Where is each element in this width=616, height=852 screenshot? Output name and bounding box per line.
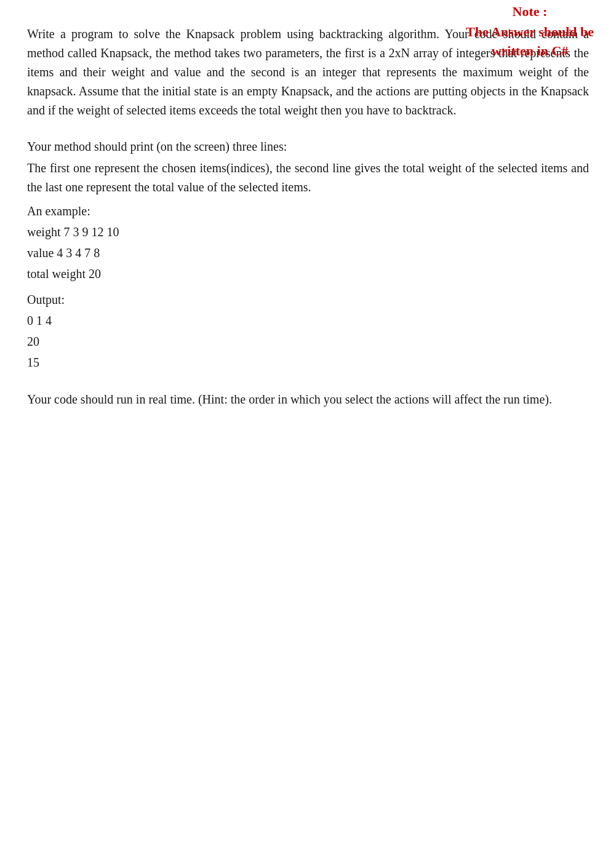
output-line-3: 15 xyxy=(27,352,589,373)
left-example: weight 7 3 9 12 10 value 4 3 4 7 8 total… xyxy=(27,221,589,284)
example-note-wrapper: weight 7 3 9 12 10 value 4 3 4 7 8 total… xyxy=(27,221,589,284)
example-label: An example: xyxy=(27,201,589,221)
output-line-1: 0 1 4 xyxy=(27,310,589,331)
total-weight-line: total weight 20 xyxy=(27,263,589,284)
example-section: An example: weight 7 3 9 12 10 value 4 3… xyxy=(27,201,589,284)
paragraph-last: Your code should run in real time. (Hint… xyxy=(27,390,589,409)
note-content: The Answer should be written in C# xyxy=(444,23,616,61)
value-line: value 4 3 4 7 8 xyxy=(27,242,589,263)
paragraph-2: Your method should print (on the screen)… xyxy=(27,137,589,156)
note-label: Note : xyxy=(444,0,616,23)
weight-line: weight 7 3 9 12 10 xyxy=(27,221,589,242)
output-line-2: 20 xyxy=(27,331,589,352)
note-box: Note : The Answer should be written in C… xyxy=(444,0,616,61)
main-content: Write a program to solve the Knapsack pr… xyxy=(27,25,589,409)
paragraph-3: The first one represent the chosen items… xyxy=(27,159,589,197)
output-label: Output: xyxy=(27,289,589,310)
output-section: Output: 0 1 4 20 15 xyxy=(27,289,589,373)
